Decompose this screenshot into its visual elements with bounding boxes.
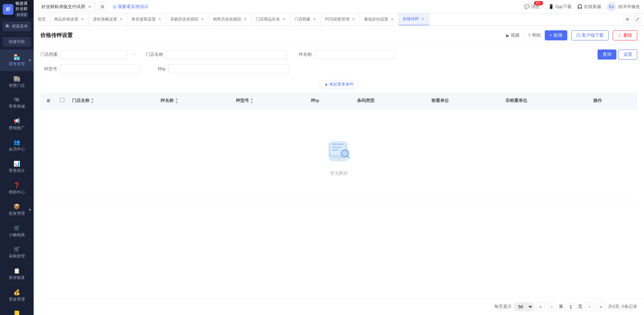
page-number-input[interactable] xyxy=(565,303,577,311)
tab-purchase-track[interactable]: 采购历史价跟踪✕ xyxy=(166,13,209,26)
sidebar-item-member-center[interactable]: 👥 会员中心 xyxy=(0,135,34,156)
sidebar-item-purchase-mgmt[interactable]: 🛒 采购管理 xyxy=(0,242,34,264)
delete-button[interactable]: △ 删除 xyxy=(613,30,637,40)
tab-sale-setting-close[interactable]: ✕ xyxy=(157,17,162,22)
tab-pos-manage[interactable]: POS加密管理✕ xyxy=(321,13,360,26)
tab-strategy-setting-close[interactable]: ✕ xyxy=(118,17,123,22)
sidebar-item-inventory[interactable]: 📋 库存核算 xyxy=(0,264,34,285)
tab-store-file[interactable]: 门店档案✕ xyxy=(290,13,321,26)
divider-1 xyxy=(524,33,524,38)
marketing-label: 营销推广 xyxy=(9,126,25,131)
sidebar-item-retail-mall[interactable]: 🛍 零售商城 xyxy=(0,93,34,114)
tab-purchase-track-close[interactable]: ✕ xyxy=(200,17,205,22)
sidebar-item-general-ledger[interactable]: 📒 总账管理 xyxy=(0,306,34,315)
wholesale-mgmt-arrow-icon: ▼ xyxy=(28,208,32,212)
tab-store-catalog[interactable]: 门店商品目录✕ xyxy=(252,13,290,26)
tab-sale-setting-label: 售价提取设置 xyxy=(132,16,156,22)
col-store-name: 门店名称 ▲▼ xyxy=(69,93,157,109)
tab-sale-setting[interactable]: 售价提取设置✕ xyxy=(128,13,166,26)
online-service-button[interactable]: 🎧 在线客服 xyxy=(577,4,601,10)
retail-mall-label: 零售商城 xyxy=(9,104,25,109)
message-button[interactable]: 💬 消息 99+ xyxy=(524,4,540,10)
tab-store-file-close[interactable]: ✕ xyxy=(312,17,317,22)
download-label: 凸 客户端下载 xyxy=(576,32,604,38)
version-selector[interactable]: 好业财标准版交付试用 ▼ xyxy=(38,2,95,11)
sidebar-item-help-center[interactable]: ❓ 帮助中心 xyxy=(0,178,34,200)
scale-name-input[interactable] xyxy=(315,50,395,59)
sidebar-item-retail-mgmt[interactable]: 🏪 零售管理 ▼ xyxy=(0,50,34,71)
tab-home[interactable]: 首页 xyxy=(34,13,50,26)
tab-price-scale-close[interactable]: ✕ xyxy=(420,17,425,22)
tab-store-catalog-close[interactable]: ✕ xyxy=(281,17,286,22)
first-page-button[interactable]: « xyxy=(536,302,545,311)
add-button[interactable]: + 新增 xyxy=(545,30,567,40)
page-number-section: 算 页 xyxy=(559,303,582,311)
search-menu-button[interactable]: 🔍 搜索菜单 xyxy=(3,22,31,31)
expand-tabs-button[interactable]: ⤢ xyxy=(633,15,641,24)
scale-model-sortable[interactable]: 秤型号 ▲▼ xyxy=(236,97,304,104)
query-button[interactable]: 查询 xyxy=(598,49,616,60)
scale-name-sortable[interactable]: 秤名称 ▲▼ xyxy=(160,97,229,104)
tab-price-scale[interactable]: 价格传秤✕ xyxy=(399,13,429,26)
tab-price-setting-close[interactable]: ✕ xyxy=(80,17,84,22)
tab-price-setting[interactable]: 商品价格设置✕ xyxy=(50,13,89,26)
topbar-settings-button[interactable]: ⚙ xyxy=(98,2,107,11)
app-download-button[interactable]: 📱 App下载 xyxy=(548,4,572,10)
tab-strategy-setting[interactable]: 进价策略设置✕ xyxy=(89,13,128,26)
store-name-input[interactable] xyxy=(166,50,287,59)
username-label: 徐泽华修改 xyxy=(618,4,640,10)
store-file-dots[interactable]: ··· xyxy=(131,51,138,58)
settings-form-button[interactable]: 设置 xyxy=(618,49,637,60)
col-operation-label: 操作 xyxy=(593,98,602,103)
col-settings: ⚙ xyxy=(40,93,57,109)
table-settings-icon[interactable]: ⚙ xyxy=(44,96,53,105)
scale-ip-input[interactable] xyxy=(168,64,289,73)
per-page-select[interactable]: 50 10 20 100 xyxy=(514,303,533,311)
scale-model-input[interactable] xyxy=(60,64,141,73)
download-button[interactable]: 凸 客户端下载 xyxy=(571,30,609,40)
tab-pos-manage-close[interactable]: ✕ xyxy=(351,17,356,22)
sidebar-item-marketing[interactable]: 📢 营销推广 xyxy=(0,114,34,135)
tab-price-setting-label: 商品价格设置 xyxy=(54,16,78,22)
demo-button[interactable]: ◎ 我要看实例演示 xyxy=(113,4,148,10)
total-pages-label: 页 xyxy=(578,304,582,310)
scale-name-field: 秤名称 xyxy=(295,50,395,59)
service-label: 在线客服 xyxy=(584,4,601,10)
next-page-button[interactable]: › xyxy=(585,302,594,311)
page-title: 价格传秤设置 xyxy=(40,32,73,39)
quick-nav-section: 快捷导航 xyxy=(0,34,34,50)
col-scale-ip: 秤ip xyxy=(308,93,354,109)
user-menu[interactable]: Ea 徐泽华修改 xyxy=(607,2,640,11)
sidebar-item-finance-mgmt[interactable]: 💰 资金管理 xyxy=(0,285,34,307)
sidebar-item-mini-ecom[interactable]: 🛒 小畅电商 xyxy=(0,221,34,242)
last-page-button[interactable]: » xyxy=(597,302,605,311)
tab-min-discount[interactable]: 最低折扣设置✕ xyxy=(360,13,399,26)
app-download-label: App下载 xyxy=(555,4,572,10)
select-all-checkbox[interactable] xyxy=(60,98,64,102)
tab-sales-track[interactable]: 销售历史价跟踪✕ xyxy=(209,13,252,26)
settings-form-label: 设置 xyxy=(623,51,632,58)
prev-page-button[interactable]: ‹ xyxy=(547,302,556,311)
sidebar-item-smart-store[interactable]: 🏬 智慧门店 xyxy=(0,71,34,93)
scale-name-label: 秤名称 xyxy=(295,51,312,58)
collapse-button[interactable]: ▲ 收起更多条件 xyxy=(319,80,358,89)
video-link[interactable]: ▶ 视频 xyxy=(506,32,520,38)
sidebar-item-retail-stats[interactable]: 📊 零售统计 xyxy=(0,156,34,178)
tab-sales-track-close[interactable]: ✕ xyxy=(243,17,247,22)
store-file-input[interactable] xyxy=(61,50,128,59)
message-icon: 💬 xyxy=(524,4,530,9)
tab-min-discount-close[interactable]: ✕ xyxy=(390,17,394,22)
sidebar-item-wholesale-mgmt[interactable]: 📦 批发管理 ▼ xyxy=(0,199,34,221)
avatar: Ea xyxy=(607,2,616,11)
svg-rect-5 xyxy=(332,149,339,151)
close-tab-button[interactable]: ✕ xyxy=(623,15,631,24)
form-row-2: 秤型号 秤ip xyxy=(40,64,637,73)
topbar-right: 💬 消息 99+ 📱 App下载 🎧 在线客服 Ea 徐泽华修改 xyxy=(524,2,640,11)
empty-cell: 暂无数据 xyxy=(40,109,637,200)
help-link[interactable]: ? 帮助 xyxy=(528,32,540,38)
quick-nav-button[interactable]: 快捷导航 xyxy=(3,37,31,47)
inventory-icon: 📋 xyxy=(13,268,20,274)
header-actions: ▶ 视频 ? 帮助 + 新增 凸 客户端下载 △ 删除 xyxy=(506,30,637,40)
search-form: 门店档案 ··· 门店名称 秤名称 查询 设置 xyxy=(34,44,644,93)
store-name-sortable[interactable]: 门店名称 ▲▼ xyxy=(72,97,154,104)
